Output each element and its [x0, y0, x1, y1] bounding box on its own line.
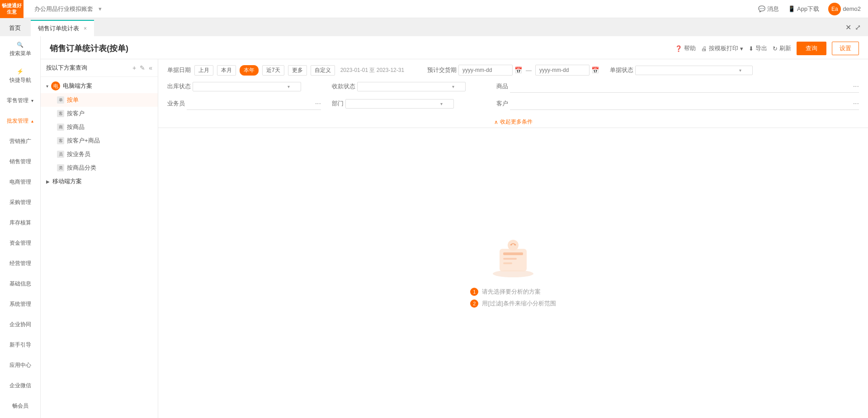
expected-date-from[interactable]: [458, 65, 513, 76]
page-actions: ❓ 帮助 🖨 按模板打印 ▾ ⬇ 导出 ↻ 刷新 查询 设置: [675, 42, 859, 55]
page-header: 销售订单统计表(按单) ❓ 帮助 🖨 按模板打印 ▾ ⬇ 导出 ↻ 刷新: [41, 36, 868, 59]
scheme-item-by-category[interactable]: 类 按商品分类: [41, 161, 158, 175]
left-panel: 按以下方案查询 + ✎ « ▾ 电 电脑端方案: [41, 59, 158, 418]
sidebar-item-marketing[interactable]: 营销推广: [0, 130, 40, 151]
goods-label: 商品: [496, 82, 508, 90]
empty-hints: 1 请先选择要分析的方案 2 用[过滤]条件来缩小分析范围: [470, 288, 556, 311]
window-expand-button[interactable]: ⤢: [855, 23, 861, 32]
scheme-icon-staff: 员: [57, 151, 64, 158]
left-panel-title: 按以下方案查询: [46, 64, 87, 72]
scheme-group-header-pc[interactable]: ▾ 电 电脑端方案: [41, 79, 158, 93]
sidebar-item-search[interactable]: 🔍 搜索菜单: [0, 36, 40, 63]
filter-row-1: 单据日期 上月 本月 本年 近7天 更多 自定义 2023-01-01 至 20…: [167, 65, 859, 76]
ship-status-select[interactable]: ▾: [193, 82, 301, 91]
dropdown-arrow[interactable]: ▾: [99, 5, 102, 12]
dept-dropdown-icon: ▾: [440, 101, 443, 106]
status-select[interactable]: ▾: [635, 66, 753, 75]
tabbar: 首页 销售订单统计表 × ✕ ⤢: [0, 18, 868, 36]
topbar-left: 畅捷通好生意 办公用品行业模拟账套 ▾: [7, 0, 104, 18]
left-panel-icons: + ✎ «: [132, 64, 152, 71]
tabbar-window-controls: ✕ ⤢: [845, 23, 861, 32]
export-icon: ⬇: [749, 45, 754, 52]
topbar-right: 💬 消息 📱 App下载 Ea demo2: [758, 3, 861, 15]
sidebar-item-operations[interactable]: 经营管理: [0, 252, 40, 273]
scheme-item-by-customer[interactable]: 客 按客户: [41, 107, 158, 120]
goods-more-btn[interactable]: ···: [853, 82, 859, 90]
query-button[interactable]: 查询: [797, 42, 826, 55]
date-btn-last-month[interactable]: 上月: [194, 65, 213, 76]
refresh-button[interactable]: ↻ 刷新: [773, 44, 791, 52]
scheme-item-by-customer-goods[interactable]: 客 按客户+商品: [41, 134, 158, 147]
main-layout: 🔍 搜索菜单 ⚡ 快捷导航 零售管理 ▾ 批发管理 ▴ 营销推广 销售管理 电商…: [0, 36, 868, 418]
payment-label: 收款状态: [332, 82, 355, 90]
message-button[interactable]: 💬 消息: [758, 5, 779, 13]
expected-date-to[interactable]: [535, 65, 590, 76]
sidebar-item-basics[interactable]: 基础信息: [0, 273, 40, 293]
scheme-item-by-staff[interactable]: 员 按业务员: [41, 147, 158, 161]
sidebar-item-inventory[interactable]: 库存核算: [0, 212, 40, 232]
print-button[interactable]: 🖨 按模板打印 ▾: [701, 44, 743, 52]
scheme-icon-order: 单: [57, 96, 64, 104]
payment-status-select[interactable]: ▾: [357, 82, 466, 91]
app-download-button[interactable]: 📱 App下载: [788, 5, 819, 13]
tab-active[interactable]: 销售订单统计表 ×: [31, 20, 94, 36]
staff-more-btn[interactable]: ···: [315, 100, 321, 108]
status-label: 单据状态: [610, 66, 633, 74]
tab-close-icon[interactable]: ×: [84, 25, 87, 32]
dept-select[interactable]: ▾: [345, 99, 454, 109]
sidebar: 🔍 搜索菜单 ⚡ 快捷导航 零售管理 ▾ 批发管理 ▴ 营销推广 销售管理 电商…: [0, 36, 41, 418]
svg-rect-3: [503, 258, 517, 260]
sidebar-item-appstore[interactable]: 应用中心: [0, 354, 40, 375]
sidebar-item-retail[interactable]: 零售管理 ▾: [0, 90, 40, 110]
date-range-display: 2023-01-01 至 2023-12-31: [340, 66, 404, 74]
scheme-list: ▾ 电 电脑端方案 单 按单 客 按客户 商: [41, 77, 158, 418]
sidebar-item-guide[interactable]: 新手引导: [0, 334, 40, 354]
sidebar-item-sales[interactable]: 销售管理: [0, 151, 40, 171]
empty-state: 1 请先选择要分析的方案 2 用[过滤]条件来缩小分析范围: [158, 128, 868, 418]
sidebar-item-member[interactable]: 畅会员: [0, 395, 40, 415]
scheme-icon-goods: 商: [57, 124, 64, 131]
svg-rect-2: [503, 252, 523, 255]
mobile-group-expand-icon: ▶: [46, 179, 50, 184]
svg-point-6: [511, 244, 512, 245]
scheme-item-by-goods[interactable]: 商 按商品: [41, 120, 158, 134]
filter-row-3: 业务员 ··· 部门 ▾: [167, 97, 859, 110]
scheme-group-header-mobile[interactable]: ▶ 移动端方案: [41, 175, 158, 188]
filter-section: 单据日期 上月 本月 本年 近7天 更多 自定义 2023-01-01 至 20…: [158, 59, 868, 128]
collapse-panel-button[interactable]: «: [149, 64, 152, 71]
edit-scheme-button[interactable]: ✎: [140, 64, 145, 71]
sidebar-item-purchase[interactable]: 采购管理: [0, 191, 40, 212]
help-button[interactable]: ❓ 帮助: [675, 44, 696, 52]
app-icon: 📱: [788, 5, 795, 12]
user-profile[interactable]: Ea demo2: [828, 3, 861, 15]
sidebar-item-finance[interactable]: 资金管理: [0, 232, 40, 252]
date-btn-this-year[interactable]: 本年: [240, 65, 259, 76]
calendar-from-icon[interactable]: 📅: [514, 66, 522, 74]
svg-rect-1: [500, 249, 527, 271]
dept-label: 部门: [332, 100, 344, 108]
sidebar-item-quick-nav[interactable]: ⚡ 快捷导航: [0, 63, 40, 90]
export-button[interactable]: ⬇ 导出: [749, 44, 767, 52]
sidebar-item-wholesale[interactable]: 批发管理 ▴: [0, 110, 40, 130]
tab-home[interactable]: 首页: [0, 20, 30, 36]
scheme-item-by-order[interactable]: 单 按单: [41, 93, 158, 107]
sidebar-item-wechat[interactable]: 企业微信: [0, 375, 40, 395]
sidebar-item-ecommerce[interactable]: 电商管理: [0, 171, 40, 191]
customer-label: 客户: [496, 100, 508, 108]
filter-row-2: 出库状态 ▾ 收款状态 ▾: [167, 80, 859, 93]
customer-more-btn[interactable]: ···: [853, 100, 859, 108]
calendar-to-icon[interactable]: 📅: [591, 66, 599, 74]
window-close-button[interactable]: ✕: [845, 23, 851, 32]
sidebar-item-enterprise[interactable]: 企业协同: [0, 314, 40, 334]
svg-rect-4: [503, 262, 512, 264]
date-btn-custom[interactable]: 自定义: [311, 65, 335, 76]
date-btn-7days[interactable]: 近7天: [262, 65, 284, 76]
add-scheme-button[interactable]: +: [132, 64, 136, 71]
collapse-filter-button[interactable]: ∧ 收起更多条件: [167, 114, 859, 128]
svg-point-5: [508, 240, 519, 251]
date-btn-this-month[interactable]: 本月: [217, 65, 236, 76]
date-btn-more[interactable]: 更多: [288, 65, 307, 76]
empty-hint-2: 2 用[过滤]条件来缩小分析范围: [470, 299, 556, 308]
sidebar-item-system[interactable]: 系统管理: [0, 293, 40, 314]
settings-button[interactable]: 设置: [832, 42, 859, 55]
